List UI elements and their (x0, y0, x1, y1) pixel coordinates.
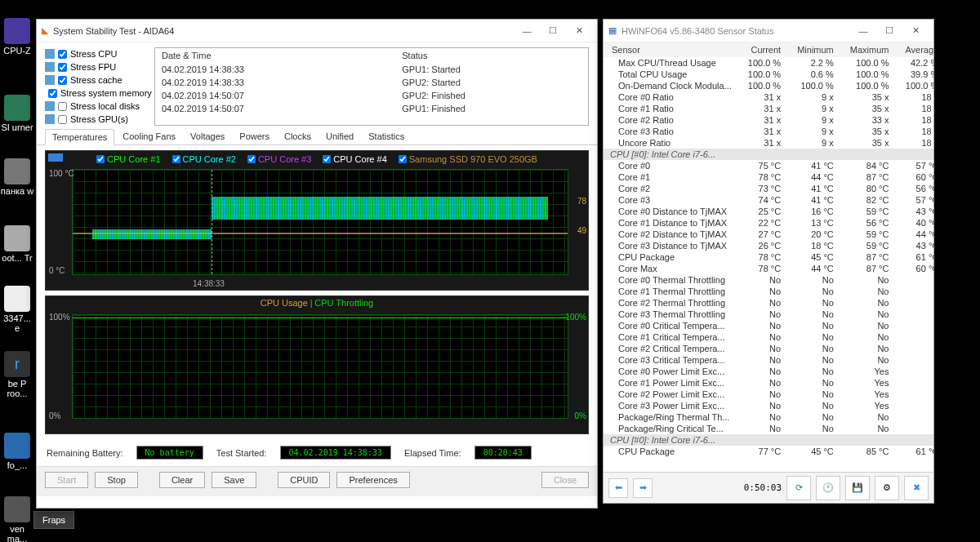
temperature-chart: CPU Core #1CPU Core #2CPU Core #3CPU Cor… (45, 150, 589, 291)
stress-option[interactable]: Stress local disks (45, 100, 151, 113)
sensor-row[interactable]: CPU Package77 °C45 °C85 °C61 °C (604, 446, 933, 457)
sensor-row[interactable]: Core #2 Critical Tempera...NoNoNo (604, 343, 933, 354)
desktop-icon[interactable]: fo_... (0, 433, 34, 470)
settings-icon[interactable]: ⚙ (875, 476, 899, 500)
exit-icon[interactable]: ✖ (904, 476, 929, 500)
clear-button[interactable]: Clear (159, 472, 205, 488)
hwinfo-toolbar: ⬅ ➡ 0:50:03 ⟳ 🕐 💾 ⚙ ✖ (604, 472, 933, 503)
desktop-icon[interactable]: панка w (0, 158, 34, 196)
sensor-row[interactable]: Core #2 Ratio31 x9 x33 x18 x (604, 114, 933, 126)
sensor-row[interactable]: Core #0 Power Limit Exc...NoNoYes (604, 366, 933, 377)
section-header: CPU [#0]: Intel Core i7-6... (604, 434, 933, 446)
sensor-row[interactable]: Core #2 Thermal ThrottlingNoNoNo (604, 297, 933, 309)
legend-item[interactable]: CPU Core #3 (247, 154, 311, 164)
sensor-row[interactable]: Core #1 Power Limit Exc...NoNoYes (604, 377, 933, 389)
titlebar[interactable]: ▦ HWiNFO64 v5.86-3480 Sensor Status — ☐ … (604, 20, 933, 42)
prev-button[interactable]: ⬅ (608, 478, 628, 498)
col-header[interactable]: Current (740, 42, 789, 57)
sensor-row[interactable]: Core #1 Distance to TjMAX22 °C13 °C56 °C… (604, 217, 933, 229)
col-header[interactable]: Sensor (604, 42, 740, 57)
refresh-icon[interactable]: ⟳ (786, 476, 811, 500)
stress-option[interactable]: Stress system memory (45, 87, 151, 100)
preferences-button[interactable]: Preferences (336, 472, 409, 488)
sensor-row[interactable]: Core #3 Distance to TjMAX26 °C18 °C59 °C… (604, 240, 933, 251)
sensor-row[interactable]: Core #3 Critical Tempera...NoNoNo (604, 354, 933, 366)
sensor-row[interactable]: Core #1 Critical Tempera...NoNoNo (604, 331, 933, 343)
close-button[interactable]: ✕ (902, 23, 929, 39)
sensor-row[interactable]: Core #178 °C44 °C87 °C60 °C (604, 171, 933, 183)
tab-clocks[interactable]: Clocks (278, 129, 318, 144)
stress-option[interactable]: Stress CPU (45, 47, 151, 60)
col-header[interactable]: Maximum (842, 42, 898, 57)
titlebar[interactable]: ◣ System Stability Test - AIDA64 — ☐ ✕ (37, 20, 597, 42)
sensor-row[interactable]: Core Max78 °C44 °C87 °C60 °C (604, 263, 933, 274)
sensor-row[interactable]: Core #3 Ratio31 x9 x35 x18 x (604, 126, 933, 137)
chart-label: CPU Usage (261, 298, 308, 308)
sensor-row[interactable]: Core #3 Power Limit Exc...NoNoYes (604, 400, 933, 411)
tab-powers[interactable]: Powers (233, 129, 276, 144)
sensor-row[interactable]: Uncore Ratio31 x9 x35 x18 x (604, 137, 933, 149)
desktop-icon[interactable]: oot... Tr (0, 225, 34, 263)
log-row[interactable]: 04.02.2019 14:38:33GPU2: Started (155, 76, 588, 89)
minimize-button[interactable]: — (514, 23, 540, 39)
tab-cooling-fans[interactable]: Cooling Fans (116, 129, 182, 144)
sensor-row[interactable]: Core #2 Power Limit Exc...NoNoYes (604, 389, 933, 400)
stress-option[interactable]: Stress cache (45, 73, 151, 87)
desktop-icon[interactable]: CPU-Z (0, 18, 34, 56)
close-button: Close (541, 472, 589, 488)
sensor-row[interactable]: Core #0 Distance to TjMAX25 °C16 °C59 °C… (604, 206, 933, 217)
log-row[interactable]: 04.02.2019 14:50:07GPU2: Finished (155, 89, 588, 102)
legend-item[interactable]: Samsung SSD 970 EVO 250GB (399, 154, 537, 164)
minimize-button[interactable]: — (850, 23, 876, 39)
sensor-row[interactable]: Max CPU/Thread Usage100.0 %2.2 %100.0 %4… (604, 57, 933, 69)
sensor-row[interactable]: CPU Package78 °C45 °C87 °C61 °C (604, 251, 933, 263)
axis-label: 49 (577, 226, 586, 235)
desktop-icon[interactable]: rbe P roo... (0, 351, 34, 398)
maximize-button[interactable]: ☐ (540, 23, 566, 39)
legend-item[interactable]: CPU Core #4 (323, 154, 386, 164)
save-button[interactable]: Save (212, 472, 256, 488)
taskbar-app-fraps[interactable]: Fraps (33, 511, 74, 529)
tab-temperatures[interactable]: Temperatures (45, 129, 114, 145)
desktop-icon[interactable]: 3347... e (0, 286, 34, 333)
maximize-button[interactable]: ☐ (876, 23, 902, 39)
sensor-row[interactable]: Core #0 Thermal ThrottlingNoNoNo (604, 274, 933, 286)
time-marker: 14:38:33 (193, 279, 225, 288)
sensor-row[interactable]: Core #3 Thermal ThrottlingNoNoNo (604, 309, 933, 320)
tab-voltages[interactable]: Voltages (184, 129, 231, 144)
sensor-row[interactable]: Core #1 Ratio31 x9 x35 x18 x (604, 103, 933, 114)
col-header[interactable]: Average (897, 42, 933, 57)
stop-button[interactable]: Stop (95, 472, 138, 488)
stress-option[interactable]: Stress GPU(s) (45, 113, 151, 126)
legend-item[interactable]: CPU Core #2 (172, 154, 236, 164)
sensor-row[interactable]: Core #2 Distance to TjMAX27 °C20 °C59 °C… (604, 229, 933, 240)
sensor-row[interactable]: Package/Ring Thermal Th...NoNoNo (604, 411, 933, 423)
cpuid-button[interactable]: CPUID (278, 472, 330, 488)
save-icon[interactable]: 💾 (845, 476, 870, 500)
sensor-row[interactable]: Package/Ring Critical Te...NoNoNo (604, 423, 933, 434)
sensor-row[interactable]: Core #0 Critical Tempera...NoNoNo (604, 320, 933, 331)
sensor-row[interactable]: Core #075 °C41 °C84 °C57 °C (604, 160, 933, 171)
desktop-icon[interactable]: SI urner (0, 95, 34, 132)
sensor-row[interactable]: Core #273 °C41 °C80 °C56 °C (604, 183, 933, 194)
legend-item[interactable]: CPU Core #1 (96, 154, 160, 164)
stress-option[interactable]: Stress FPU (45, 60, 151, 73)
sensor-row[interactable]: On-Demand Clock Modula...100.0 %100.0 %1… (604, 80, 933, 91)
close-button[interactable]: ✕ (566, 23, 592, 39)
sensor-row[interactable]: Core #0 Ratio31 x9 x35 x18 x (604, 91, 933, 103)
sensor-row[interactable]: Core #1 Thermal ThrottlingNoNoNo (604, 286, 933, 297)
tab-unified[interactable]: Unified (319, 129, 360, 144)
event-log[interactable]: Date & TimeStatus 04.02.2019 14:38:33GPU… (154, 47, 589, 126)
started-label: Test Started: (216, 448, 267, 458)
next-button[interactable]: ➡ (633, 478, 653, 498)
desktop-icon[interactable]: ven ma... (0, 496, 34, 542)
log-row[interactable]: 04.02.2019 14:38:33GPU1: Started (155, 63, 588, 76)
sensor-row[interactable]: Core #374 °C41 °C82 °C57 °C (604, 194, 933, 206)
log-row[interactable]: 04.02.2019 14:50:07GPU1: Finished (155, 102, 588, 115)
sensor-row[interactable]: Total CPU Usage100.0 %0.6 %100.0 %39.9 % (604, 69, 933, 80)
app-icon: ▦ (608, 25, 617, 36)
tab-statistics[interactable]: Statistics (362, 129, 411, 144)
col-header[interactable]: Minimum (789, 42, 842, 57)
sensor-table-scroll[interactable]: SensorCurrentMinimumMaximumAverage Max C… (604, 42, 933, 472)
clock-icon[interactable]: 🕐 (816, 476, 840, 500)
